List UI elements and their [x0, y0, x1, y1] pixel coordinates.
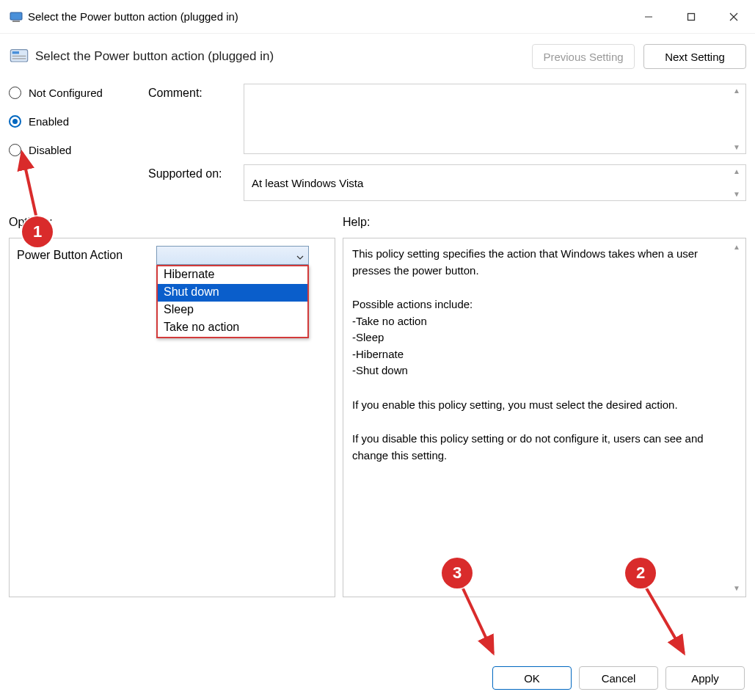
svg-rect-3 [688, 13, 695, 20]
scrollbar[interactable]: ▲ ▼ [730, 241, 743, 594]
options-section-label: Options: [9, 216, 343, 229]
power-button-action-dropdown[interactable]: Hibernate Shut down Sleep Take no action [156, 246, 309, 265]
close-button[interactable] [712, 0, 755, 34]
scroll-up-icon: ▲ [730, 87, 743, 95]
previous-setting-button: Previous Setting [532, 44, 635, 69]
cancel-button[interactable]: Cancel [579, 666, 658, 690]
scrollbar[interactable]: ▲ ▼ [730, 167, 743, 198]
maximize-button[interactable] [670, 0, 712, 34]
comment-field[interactable]: ▲ ▼ [244, 84, 746, 154]
scroll-down-icon: ▼ [730, 583, 743, 594]
window-controls [627, 0, 755, 34]
minimize-button[interactable] [627, 0, 670, 34]
radio-label: Not Configured [29, 87, 103, 99]
state-radio-group: Not Configured Enabled Disabled [9, 84, 148, 211]
svg-rect-8 [12, 56, 26, 56]
chevron-down-icon [296, 249, 304, 262]
setting-icon [9, 46, 29, 67]
apply-button[interactable]: Apply [665, 666, 745, 690]
supported-value: At least Windows Vista [252, 177, 363, 189]
scrollbar[interactable]: ▲ ▼ [730, 87, 743, 151]
help-text: -Take no action [352, 313, 725, 330]
options-panel: Power Button Action Hibernate Shut down … [9, 238, 335, 597]
help-text: -Shut down [352, 362, 725, 379]
app-icon [9, 10, 23, 24]
svg-rect-7 [12, 51, 19, 54]
titlebar: Select the Power button action (plugged … [0, 0, 755, 34]
panels: Power Button Action Hibernate Shut down … [0, 232, 755, 597]
svg-rect-1 [12, 21, 20, 22]
supported-field: At least Windows Vista ▲ ▼ [244, 164, 746, 201]
window-title: Select the Power button action (plugged … [23, 10, 627, 23]
svg-rect-9 [12, 58, 26, 59]
scroll-down-icon: ▼ [730, 190, 743, 198]
radio-label: Enabled [29, 115, 69, 128]
comment-row: Comment: ▲ ▼ [148, 84, 746, 154]
svg-rect-0 [10, 12, 22, 20]
dropdown-item-hibernate[interactable]: Hibernate [158, 266, 307, 284]
comment-label: Comment: [148, 84, 244, 154]
scroll-down-icon: ▼ [730, 143, 743, 151]
help-text: -Hibernate [352, 346, 725, 363]
help-panel: This policy setting specifies the action… [343, 238, 746, 597]
scroll-up-icon: ▲ [730, 241, 743, 252]
dropdown-item-shut-down[interactable]: Shut down [158, 284, 307, 302]
radio-icon [9, 87, 21, 99]
dropdown-item-take-no-action[interactable]: Take no action [158, 319, 307, 337]
dropdown-closed[interactable] [156, 246, 309, 265]
dropdown-list: Hibernate Shut down Sleep Take no action [156, 265, 309, 338]
dialog-footer: OK Cancel Apply [492, 666, 745, 690]
config-area: Not Configured Enabled Disabled Comment:… [0, 75, 755, 211]
dropdown-item-sleep[interactable]: Sleep [158, 302, 307, 319]
supported-row: Supported on: At least Windows Vista ▲ ▼ [148, 164, 746, 201]
help-text: If you enable this policy setting, you m… [352, 397, 725, 414]
power-button-action-row: Power Button Action Hibernate Shut down … [17, 246, 327, 265]
power-button-action-label: Power Button Action [17, 246, 156, 262]
help-text: If you disable this policy setting or do… [352, 431, 725, 464]
help-text: This policy setting specifies the action… [352, 246, 725, 279]
help-text: Possible actions include: [352, 296, 725, 313]
help-section-label: Help: [343, 216, 370, 229]
radio-label: Disabled [29, 144, 71, 156]
ok-button[interactable]: OK [492, 666, 572, 690]
radio-enabled[interactable]: Enabled [9, 115, 148, 128]
supported-label: Supported on: [148, 164, 244, 201]
radio-disabled[interactable]: Disabled [9, 144, 148, 156]
setting-name: Select the Power button action (plugged … [35, 49, 523, 64]
radio-not-configured[interactable]: Not Configured [9, 87, 148, 99]
right-config: Comment: ▲ ▼ Supported on: At least Wind… [148, 84, 746, 211]
radio-icon [9, 144, 21, 156]
help-text: -Sleep [352, 329, 725, 346]
scroll-up-icon: ▲ [730, 167, 743, 175]
header: Select the Power button action (plugged … [0, 34, 755, 75]
radio-selected-icon [9, 115, 21, 128]
next-setting-button[interactable]: Next Setting [643, 44, 746, 69]
section-labels: Options: Help: [0, 211, 755, 232]
